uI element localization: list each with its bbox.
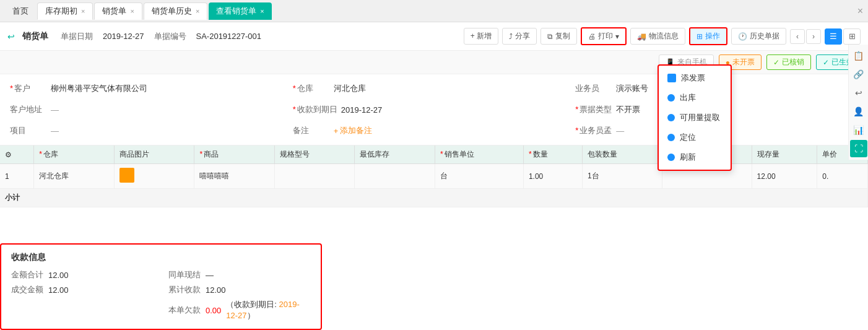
next-button[interactable]: › — [806, 29, 821, 44]
cumulative-value: 12.00 — [206, 285, 226, 295]
add-invoice-icon — [667, 74, 676, 82]
copy-button[interactable]: ⧉ 复制 — [540, 28, 577, 45]
business-value: — — [616, 126, 624, 136]
balance-date: 2019-12-27 — [226, 300, 299, 320]
history-button[interactable]: 🕐 历史单据 — [731, 28, 786, 45]
main-area: ↩ 销货单 单据日期 2019-12-27 单据编号 SA-20191227-0… — [0, 22, 868, 330]
tab-inventory-init-label: 库存期初 — [45, 6, 77, 17]
tab-sales-history[interactable]: 销货单历史 × — [144, 2, 207, 20]
date-label: 单据日期 — [61, 31, 93, 42]
outbound-item[interactable]: 出库 — [659, 88, 731, 108]
customer-value: 柳州粤港平安气体有限公司 — [51, 83, 147, 94]
view-toggle: ☰ ⊞ — [825, 28, 861, 45]
locate-label: 定位 — [680, 132, 696, 143]
row-product-img — [114, 164, 194, 189]
tab-view-sales[interactable]: 查看销货单 × — [209, 2, 271, 20]
ticket-type-value: 不开票 — [616, 104, 640, 115]
address-value: — — [51, 105, 59, 115]
number-value: SA-20191227-001 — [196, 32, 262, 41]
tab-view-sales-label: 查看销货单 — [216, 6, 256, 17]
status-row: 📱 来自手机 ● 未开票 ✓ 已核销 ✓ 已生效 — [0, 51, 868, 74]
amount-total-row: 金额合计 12.00 — [11, 269, 154, 280]
available-pickup-item[interactable]: 可用量提取 — [659, 108, 731, 128]
doc-title: 销货单 — [22, 31, 48, 42]
sidebar-clipboard-icon[interactable]: 📋 — [850, 47, 867, 64]
date-value: 2019-12-27 — [103, 32, 144, 41]
row-spec — [274, 164, 355, 189]
same-order-value: — — [206, 271, 214, 280]
locate-item[interactable]: 定位 — [659, 128, 731, 147]
amount-total-value: 12.00 — [48, 271, 69, 280]
close-icon[interactable]: × — [260, 7, 264, 15]
operation-button[interactable]: ⊞ 操作 — [689, 27, 727, 45]
grid-view-button[interactable]: ⊞ — [843, 28, 861, 45]
row-product: 嘻嘻嘻嘻 — [194, 164, 275, 189]
close-window-button[interactable]: × — [857, 6, 863, 17]
note-row: 备注 + 添加备注 — [293, 123, 576, 139]
new-button[interactable]: + 新增 — [464, 28, 498, 45]
subtotal-row: 小计 — [0, 189, 868, 207]
outbound-label: 出库 — [680, 92, 696, 103]
tab-inventory-init[interactable]: 库存期初 × — [37, 2, 93, 20]
doc-header: ↩ 销货单 单据日期 2019-12-27 单据编号 SA-20191227-0… — [0, 22, 868, 51]
form-area: 客户 柳州粤港平安气体有限公司 仓库 河北仓库 业务员 演示账号 客户地址 — … — [0, 74, 868, 145]
cumulative-row: 累计收款 12.00 — [168, 284, 311, 295]
col-gear[interactable]: ⚙ — [0, 145, 34, 164]
summary-title: 收款信息 — [11, 252, 311, 263]
refresh-label: 刷新 — [680, 152, 696, 163]
sidebar-link-icon[interactable]: 🔗 — [850, 66, 867, 83]
add-invoice-label: 添发票 — [681, 72, 705, 84]
copy-label: 复制 — [555, 31, 570, 41]
customer-label: 客户 — [10, 83, 47, 94]
share-label: 分享 — [515, 31, 530, 41]
balance-value: 0.00 — [206, 306, 221, 315]
products-table: ⚙ 仓库 商品图片 商品 规格型号 最低库存 销售单位 数量 包装数量 可用量 … — [0, 145, 868, 207]
close-icon[interactable]: × — [130, 7, 134, 15]
tab-sales-order[interactable]: 销货单 × — [94, 2, 142, 20]
confirmed-label: 已核销 — [782, 57, 804, 67]
print-label: 打印 — [598, 31, 613, 41]
row-pack-qty: 1台 — [582, 164, 662, 189]
row-sales-unit: 台 — [435, 164, 524, 189]
add-invoice-item[interactable]: 添发票 — [659, 68, 731, 88]
add-note-label: 添加备注 — [340, 125, 372, 136]
warehouse-row: 仓库 河北仓库 — [293, 80, 576, 97]
prev-button[interactable]: ‹ — [790, 29, 805, 44]
sidebar-return-icon[interactable]: ↩ — [850, 84, 867, 102]
confirmed-button[interactable]: ✓ 已核销 — [766, 54, 811, 70]
logistics-button[interactable]: 🚚 物流信息 — [630, 28, 685, 45]
sidebar-chart-icon[interactable]: 📊 — [850, 121, 867, 139]
project-label: 项目 — [10, 125, 47, 136]
print-button[interactable]: 🖨 打印 ▾ — [581, 27, 627, 45]
sidebar-user-icon[interactable]: 👤 — [850, 103, 867, 120]
copy-icon: ⧉ — [547, 32, 553, 41]
balance-note: （收款到期日: 2019-12-27） — [226, 299, 311, 321]
row-stock: 12.00 — [752, 164, 817, 189]
refresh-item[interactable]: 刷新 — [659, 147, 731, 167]
col-pack-qty: 包装数量 — [582, 145, 662, 164]
same-order-label: 同单现结 — [168, 269, 201, 280]
doc-meta: 单据日期 2019-12-27 单据编号 SA-20191227-001 — [61, 31, 261, 42]
close-icon[interactable]: × — [196, 7, 199, 15]
outbound-icon — [667, 94, 675, 102]
available-pickup-icon — [667, 114, 675, 121]
tab-sales-history-label: 销货单历史 — [152, 6, 192, 17]
table-header-row: ⚙ 仓库 商品图片 商品 规格型号 最低库存 销售单位 数量 包装数量 可用量 … — [0, 145, 868, 164]
close-icon[interactable]: × — [81, 7, 85, 15]
effective-icon: ✓ — [823, 58, 829, 67]
confirmed-icon: ✓ — [773, 58, 779, 67]
transaction-label: 成交金额 — [11, 284, 43, 295]
refresh-icon — [667, 154, 675, 161]
customer-row: 客户 柳州粤港平安气体有限公司 — [10, 80, 293, 97]
available-pickup-label: 可用量提取 — [680, 112, 720, 123]
ticket-type-label: 票据类型 — [575, 104, 612, 115]
doc-title-icon: ↩ — [7, 32, 15, 41]
share-button[interactable]: ⤴ 分享 — [502, 28, 537, 45]
amount-total-label: 金额合计 — [11, 269, 43, 280]
sidebar-expand-icon[interactable]: ⛶ — [850, 140, 867, 157]
tab-home[interactable]: 首页 — [5, 2, 36, 20]
add-note-button[interactable]: + 添加备注 — [334, 125, 373, 136]
due-date-label: 收款到期日 — [293, 104, 337, 115]
balance-label: 本单欠款 — [168, 305, 201, 316]
list-view-button[interactable]: ☰ — [825, 28, 842, 45]
